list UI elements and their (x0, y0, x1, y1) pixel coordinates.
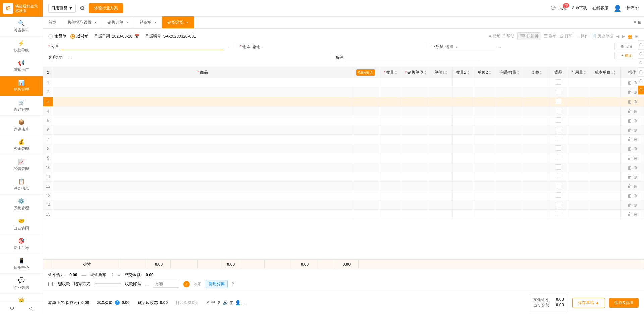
copy-icon-5[interactable]: ⊕ (633, 118, 637, 123)
delete-icon-13[interactable]: 🗑 (627, 193, 632, 198)
amount-cell-2[interactable] (523, 87, 550, 97)
sidebar-item-basic[interactable]: 📋 基础信息 (0, 175, 43, 195)
delete-icon-6[interactable]: 🗑 (627, 127, 632, 133)
amount-cell-10[interactable] (523, 163, 550, 172)
unit-cell-15[interactable] (402, 210, 429, 219)
select-btn[interactable]: ☰ 选单 (544, 33, 557, 39)
gift-cell-5[interactable] (550, 116, 567, 125)
sidebar-item-marketing[interactable]: 📢 营销推广 (0, 56, 43, 76)
gift-cell-2[interactable] (550, 87, 567, 97)
calendar-icon[interactable]: 📅 (135, 34, 140, 39)
product-cell-4[interactable] (53, 107, 352, 116)
cost-sort-arrows[interactable]: ▲▼ (613, 70, 616, 75)
avail-sort-arrows[interactable]: ▲▼ (584, 70, 586, 75)
gift-cell-15[interactable] (550, 210, 567, 219)
unit-cell-9[interactable] (402, 153, 429, 163)
avail-cell-14[interactable] (567, 200, 590, 210)
radio-sales[interactable]: 销货单 (48, 33, 66, 39)
tab-sales-order-close[interactable]: × (126, 16, 128, 28)
cost-info-icon[interactable]: ℹ (611, 70, 613, 75)
qty-cell-8[interactable] (379, 144, 402, 153)
sidebar-item-appstore[interactable]: 📱 应用中心 (0, 254, 43, 274)
footer-icon-3[interactable]: 🎙 (217, 300, 221, 305)
price-cell-6[interactable] (429, 125, 453, 135)
delete-icon-11[interactable]: 🗑 (627, 174, 632, 180)
price-cell-14[interactable] (429, 200, 453, 210)
cost-cell-15[interactable] (590, 210, 621, 219)
copy-icon-13[interactable]: ⊕ (633, 193, 637, 198)
copy-icon-10[interactable]: ⊕ (633, 165, 637, 170)
one-click-payment-check[interactable]: 一键收款 (48, 281, 70, 287)
pack-cell-7[interactable] (496, 135, 523, 144)
sidebar-item-system[interactable]: ⚙️ 系统管理 (0, 195, 43, 214)
sidebar-item-wechat[interactable]: 💬 企业微信 (0, 274, 43, 294)
qty-cell-4[interactable] (379, 107, 402, 116)
gift-cell-11[interactable] (550, 172, 567, 182)
pack-cell-8[interactable] (496, 144, 523, 153)
cost-cell-7[interactable] (590, 135, 621, 144)
radio-return[interactable]: 退货单 (70, 33, 89, 39)
qty2-sort-arrows[interactable]: ▲▼ (467, 70, 470, 75)
unit2-sort-arrows[interactable]: ▲▼ (489, 70, 491, 75)
gift-cell-7[interactable] (550, 135, 567, 144)
price-cell-10[interactable] (429, 163, 453, 172)
qty2-cell-5[interactable] (453, 116, 473, 125)
unit-cell-6[interactable] (402, 125, 429, 135)
price-cell-1[interactable] (429, 78, 453, 87)
tab-sales-delivery-close[interactable]: × (154, 16, 156, 28)
prev-btn[interactable]: ◀ (616, 34, 619, 39)
float-btn-1[interactable]: ⬡ (638, 40, 644, 49)
view-list-btn[interactable]: ▦ (628, 34, 632, 39)
sidebar-item-search[interactable]: 🔍 搜索菜单 (0, 17, 43, 37)
amount-cell-6[interactable] (523, 125, 550, 135)
fee-question-icon[interactable]: ? (232, 282, 234, 287)
price-cell-13[interactable] (429, 191, 453, 200)
product-cell-5[interactable] (53, 116, 352, 125)
copy-icon-8[interactable]: ⊕ (633, 146, 637, 151)
qty-cell-1[interactable] (379, 78, 402, 87)
gift-checkbox-8[interactable] (556, 145, 561, 151)
delete-icon-8[interactable]: 🗑 (627, 146, 632, 151)
shortcut-key-btn[interactable]: ⌨ 快捷键 (517, 32, 541, 40)
sidebar-item-vip[interactable]: 👑 畅会员 (0, 294, 43, 302)
qty2-cell-3[interactable] (453, 97, 473, 107)
qty2-cell-4[interactable] (453, 107, 473, 116)
unit2-cell-10[interactable] (473, 163, 496, 172)
delete-icon-14[interactable]: 🗑 (627, 202, 632, 208)
qty2-cell-15[interactable] (453, 210, 473, 219)
add-fee-btn[interactable]: + (183, 281, 190, 287)
price-cell-11[interactable] (429, 172, 453, 182)
avail-cell-6[interactable] (567, 125, 590, 135)
product-cell-14[interactable] (53, 200, 352, 210)
product-cell-6[interactable] (53, 125, 352, 135)
avail-cell-4[interactable] (567, 107, 590, 116)
product-cell-1[interactable] (53, 78, 352, 87)
unit-cell-11[interactable] (402, 172, 429, 182)
tab-sales-return[interactable]: 销货退货 × (162, 16, 194, 28)
collapse-icon[interactable]: ◁ (29, 305, 33, 311)
amount-cell-9[interactable] (523, 153, 550, 163)
delete-icon-4[interactable]: 🗑 (627, 109, 632, 114)
unit2-cell-3[interactable] (473, 97, 496, 107)
unit-cell-3[interactable] (402, 97, 429, 107)
save-draft-btn[interactable]: 保存草稿 ▲ (572, 298, 605, 308)
one-click-checkbox[interactable] (48, 282, 53, 286)
footer-icon-7[interactable]: ... (242, 300, 246, 305)
gift-cell-4[interactable] (550, 107, 567, 116)
cost-cell-12[interactable] (590, 182, 621, 191)
topbar-gear-icon[interactable]: ⚙ (80, 5, 85, 11)
qty2-cell-6[interactable] (453, 125, 473, 135)
product-cell-9[interactable] (53, 153, 352, 163)
price-cell-2[interactable] (429, 87, 453, 97)
cost-cell-2[interactable] (590, 87, 621, 97)
save-new-btn[interactable]: 保存&新增 (609, 298, 639, 308)
unit-cell-12[interactable] (402, 182, 429, 191)
add-logistics-button[interactable]: + 物流 (614, 52, 639, 59)
qty-cell-15[interactable] (379, 210, 402, 219)
pack-cell-9[interactable] (496, 153, 523, 163)
pack-cell-2[interactable] (496, 87, 523, 97)
qty2-cell-11[interactable] (453, 172, 473, 182)
product-input-3[interactable] (55, 99, 351, 104)
cost-cell-1[interactable] (590, 78, 621, 87)
delete-icon-5[interactable]: 🗑 (627, 118, 632, 123)
